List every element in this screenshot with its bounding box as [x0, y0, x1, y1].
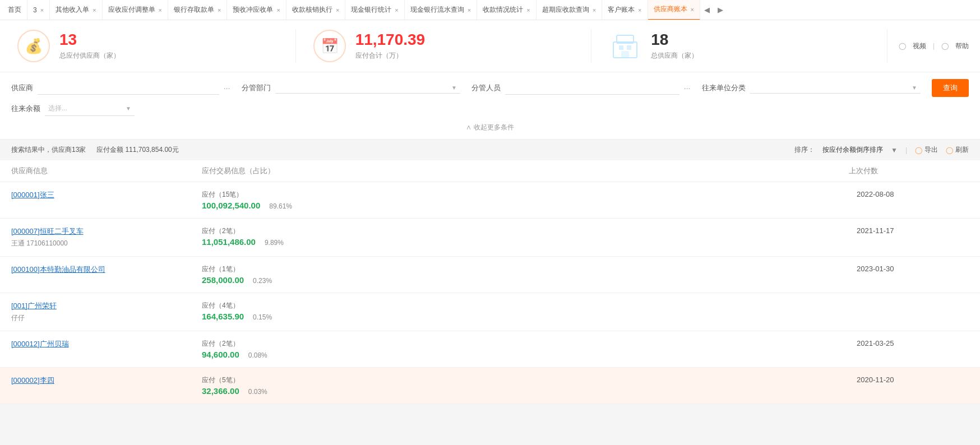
nav-tab-customer-ledger[interactable]: 客户账本 × — [602, 0, 648, 20]
circle-icon2: ◯ — [941, 42, 949, 50]
table-row: [000002]李四 应付（5笔） 32,366.00 0.03% 2020-1… — [0, 368, 980, 404]
sort-arrow-icon: ▼ — [891, 146, 898, 154]
nav-next-arrow[interactable]: ▶ — [714, 0, 727, 20]
svg-text:💰: 💰 — [25, 37, 43, 55]
last-payment-cell: 2020-11-20 — [857, 376, 969, 384]
nav-prev-arrow[interactable]: ◀ — [700, 0, 714, 20]
nav-tab-collection-stat[interactable]: 收款情况统计 × — [477, 0, 536, 20]
nav-tab-overdue[interactable]: 超期应收款查询 × — [537, 0, 602, 20]
video-link[interactable]: 视频 — [913, 41, 926, 51]
close-icon[interactable]: × — [395, 7, 398, 13]
nav-tab-cash-stat[interactable]: 现金银行统计 × — [345, 0, 404, 20]
last-payment-cell: 2022-08-08 — [857, 190, 969, 198]
close-icon[interactable]: × — [691, 6, 694, 13]
close-icon[interactable]: × — [468, 7, 471, 13]
transaction-amount[interactable]: 164,635.90 — [202, 312, 244, 321]
nav-tab-other-income[interactable]: 其他收入单 × — [50, 0, 102, 20]
payable-amount-label: 应付合计（万） — [355, 51, 426, 61]
nav-tab-cash-flow[interactable]: 现金银行流水查询 × — [405, 0, 477, 20]
table-row: [000007]恒旺二手叉车 王通 17106110000 应付（2笔） 11,… — [0, 219, 980, 257]
close-icon[interactable]: × — [40, 7, 44, 13]
nav-tab-supplier-ledger[interactable]: 供应商账本 × — [648, 0, 700, 20]
nav-tab-3[interactable]: 3 × — [27, 0, 50, 20]
transaction-amount[interactable]: 32,366.00 — [202, 386, 239, 396]
transaction-amount[interactable]: 100,092,540.00 — [202, 201, 260, 210]
transaction-info-cell: 应付（1笔） 258,000.00 0.23% — [202, 265, 857, 285]
filter-person: 分管人员 ··· — [471, 82, 691, 95]
transaction-label: 应付（15笔） — [202, 190, 857, 200]
export-button[interactable]: ◯ 导出 — [915, 145, 938, 155]
category-filter-label: 往来单位分类 — [702, 83, 746, 93]
close-icon[interactable]: × — [526, 7, 530, 13]
close-icon[interactable]: × — [276, 7, 280, 13]
query-button[interactable]: 查询 — [932, 79, 969, 97]
table-row: [000001]张三 应付（15笔） 100,092,540.00 89.61%… — [0, 182, 980, 219]
nav-tab-bank[interactable]: 银行存取款单 × — [168, 0, 227, 20]
transaction-amount[interactable]: 11,051,486.00 — [202, 237, 256, 247]
supplier-sub-info: 仔仔 — [11, 313, 202, 323]
help-link[interactable]: 帮助 — [955, 41, 969, 51]
export-label: 导出 — [924, 145, 938, 155]
nav-tab-home[interactable]: 首页 — [2, 0, 27, 20]
supplier-name-link[interactable]: [000002]李四 — [11, 376, 202, 386]
results-toolbar: 搜索结果中，供应商13家 应付金额 111,703,854.00元 排序： 按应… — [0, 140, 980, 160]
supplier-name-link[interactable]: [000100]本特勤油品有限公司 — [11, 265, 202, 275]
supplier-name-link[interactable]: [000012]广州贝瑞 — [11, 339, 202, 349]
transaction-amount[interactable]: 94,600.00 — [202, 350, 239, 359]
transaction-label: 应付（2笔） — [202, 339, 857, 349]
result-text: 搜索结果中，供应商13家 — [11, 146, 86, 154]
supplier-info-cell: [000002]李四 — [11, 376, 202, 386]
collapse-bar[interactable]: ∧ 收起更多条件 — [11, 120, 969, 135]
close-icon[interactable]: × — [638, 7, 641, 13]
transaction-info-cell: 应付（2笔） 11,051,486.00 9.89% — [202, 226, 857, 247]
transaction-amount-row: 94,600.00 0.08% — [202, 350, 857, 359]
person-filter-label: 分管人员 — [471, 83, 501, 93]
refresh-button[interactable]: ◯ 刷新 — [946, 145, 969, 155]
chevron-down-icon2: ▼ — [912, 85, 917, 91]
chevron-down-icon3: ▼ — [126, 105, 131, 112]
chevron-down-icon: ▼ — [451, 85, 457, 91]
person-more-icon[interactable]: ··· — [684, 84, 691, 92]
svg-text:📅: 📅 — [321, 37, 339, 55]
category-select[interactable]: ▼ — [750, 82, 921, 94]
nav-tab-advance[interactable]: 预收冲应收单 × — [227, 0, 286, 20]
last-payment-date: 2021-03-25 — [857, 339, 894, 347]
supplier-name-link[interactable]: [001]广州荣轩 — [11, 301, 202, 311]
nav-tab-adjustment[interactable]: 应收应付调整单 × — [103, 0, 168, 20]
nav-tab-overdue-label: 超期应收款查询 — [542, 5, 589, 15]
supplier-name-link[interactable]: [000007]恒旺二手叉车 — [11, 226, 202, 237]
close-icon[interactable]: × — [159, 7, 162, 13]
last-payment-date: 2021-11-17 — [857, 226, 894, 235]
sort-value[interactable]: 按应付余额倒序排序 — [822, 145, 883, 155]
supplier-sub-info: 王通 17106110000 — [11, 239, 202, 248]
close-icon[interactable]: × — [593, 7, 596, 13]
total-supplier-label: 总供应商（家） — [651, 51, 698, 61]
supplier-input[interactable] — [38, 82, 219, 95]
balance-select[interactable]: 选择... ▼ — [45, 101, 135, 116]
close-icon[interactable]: × — [336, 7, 339, 13]
close-icon[interactable]: × — [93, 7, 96, 13]
total-supplier-icon — [608, 29, 642, 63]
nav-tab-advance-label: 预收冲应收单 — [233, 5, 273, 15]
close-icon[interactable]: × — [218, 7, 221, 13]
transaction-info-cell: 应付（15笔） 100,092,540.00 89.61% — [202, 190, 857, 210]
supplier-filter-label: 供应商 — [11, 83, 33, 93]
result-separator — [88, 146, 95, 154]
table-row: [000100]本特勤油品有限公司 应付（1笔） 258,000.00 0.23… — [0, 257, 980, 293]
filter-area: 供应商 ··· 分管部门 ▼ 分管人员 ··· 往来单位分类 ▼ — [0, 72, 980, 140]
table-row: [000012]广州贝瑞 应付（2笔） 94,600.00 0.08% 2021… — [0, 331, 980, 368]
dept-filter-label: 分管部门 — [242, 83, 271, 93]
col-header-transaction: 应付交易信息（占比） — [202, 166, 849, 176]
nav-tab-collection[interactable]: 收款核销执行 × — [286, 0, 345, 20]
transaction-percent: 89.61% — [269, 202, 292, 210]
supplier-name-link[interactable]: [000001]张三 — [11, 190, 202, 200]
last-payment-date: 2020-11-20 — [857, 376, 894, 384]
last-payment-date: 2023-01-30 — [857, 265, 894, 273]
transaction-amount[interactable]: 258,000.00 — [202, 275, 244, 285]
transaction-label: 应付（2笔） — [202, 226, 857, 236]
dept-select[interactable]: ▼ — [275, 82, 461, 94]
supplier-more-icon[interactable]: ··· — [224, 84, 230, 92]
person-input[interactable] — [505, 82, 679, 95]
col-header-supplier: 供应商信息 — [11, 166, 202, 176]
supplier-table: 供应商信息 应付交易信息（占比） 上次付数 [000001]张三 应付（15笔）… — [0, 160, 980, 404]
